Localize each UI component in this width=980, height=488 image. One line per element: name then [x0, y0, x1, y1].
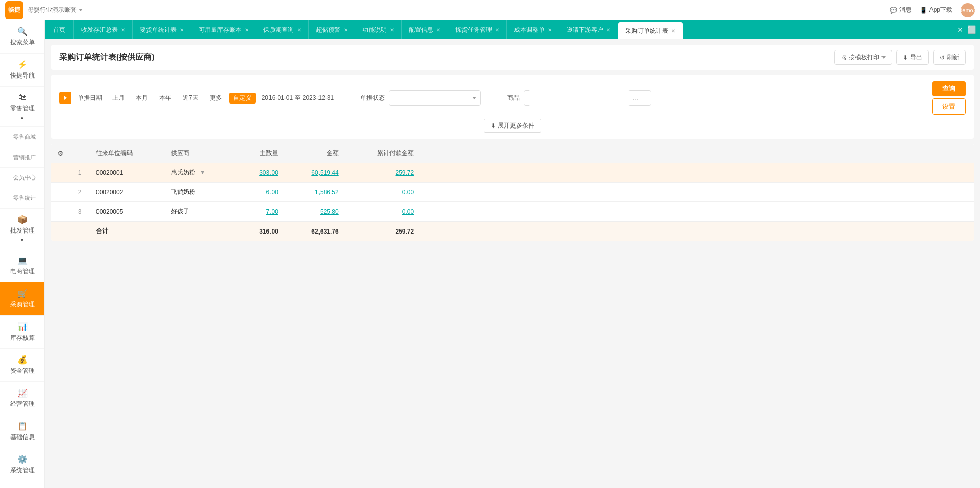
sidebar-item-search[interactable]: 🔍 搜索菜单 — [0, 20, 44, 54]
shortcut-7days[interactable]: 近7天 — [179, 93, 203, 104]
tab-order-summary-close[interactable]: ✕ — [180, 27, 184, 33]
row1-qty[interactable]: 303.00 — [237, 163, 284, 183]
row3-qty[interactable]: 7.00 — [237, 202, 284, 222]
sidebar-label-marketing: 营销推广 — [13, 153, 36, 161]
filter-toggle-button[interactable] — [59, 92, 71, 104]
tab-function-desc[interactable]: 功能说明 ✕ — [355, 20, 402, 39]
filter-area: 单据日期 上月 本月 本年 近7天 更多 自定义 2016-01-01 至 20… — [51, 75, 974, 139]
sidebar-item-basic[interactable]: 📋 基础信息 — [0, 415, 44, 448]
tab-picking-task-close[interactable]: ✕ — [495, 27, 499, 33]
shortcut-this-year[interactable]: 本年 — [155, 93, 176, 104]
row1-paid[interactable]: 259.72 — [345, 163, 421, 183]
row1-extra — [420, 163, 974, 183]
row3-amount[interactable]: 525.80 — [284, 202, 345, 222]
sidebar-label-system: 系统管理 — [10, 466, 35, 475]
row2-qty[interactable]: 6.00 — [237, 183, 284, 202]
sidebar: 🔍 搜索菜单 ⚡ 快捷导航 🛍 零售管理 ▲ 零售商城 营销推广 会员中心 零售… — [0, 20, 45, 488]
close-tab-button[interactable]: ✕ — [957, 25, 963, 34]
row1-check — [51, 163, 69, 183]
app-download-action[interactable]: 📱 App下载 — [920, 6, 952, 14]
tab-warranty-close[interactable]: ✕ — [297, 27, 301, 33]
query-buttons: 查询 设置 — [932, 81, 966, 115]
shortcut-more[interactable]: 更多 — [206, 93, 226, 104]
tab-order-summary[interactable]: 要货单统计表 ✕ — [133, 20, 191, 39]
tab-warranty[interactable]: 保质期查询 ✕ — [256, 20, 309, 39]
th-gear[interactable]: ⚙ — [51, 144, 69, 163]
expand-button[interactable]: ⬇ 展开更多条件 — [484, 119, 541, 133]
export-button[interactable]: ⬇ 导出 — [896, 50, 929, 65]
sidebar-item-enterprise[interactable]: 🤝 企业协同 — [0, 481, 44, 488]
print-button[interactable]: 🖨 按模板打印 — [834, 50, 892, 65]
tab-invite-downstream[interactable]: 邀请下游客户 ✕ — [559, 20, 618, 39]
date-range-display: 2016-01-01 至 2023-12-31 — [262, 94, 334, 102]
tab-cost-adjust[interactable]: 成本调整单 ✕ — [507, 20, 559, 39]
shortcut-custom[interactable]: 自定义 — [229, 93, 256, 104]
user-profile[interactable]: demo2 — [961, 3, 975, 17]
sidebar-label-purchase: 采购管理 — [10, 300, 35, 309]
sidebar-item-retail[interactable]: 🛍 零售管理 ▲ — [0, 87, 44, 127]
shortcut-this-month[interactable]: 本月 — [132, 93, 152, 104]
operation-icon: 📈 — [17, 388, 28, 398]
row1-amount[interactable]: 60,519.44 — [284, 163, 345, 183]
message-action[interactable]: 💬 消息 — [890, 6, 912, 14]
sidebar-item-retail-stat[interactable]: 零售统计 — [0, 188, 44, 209]
product-input[interactable] — [528, 90, 630, 106]
footer-paid: 259.72 — [345, 221, 421, 241]
quick-nav-icon: ⚡ — [17, 60, 28, 69]
row2-paid[interactable]: 0.00 — [345, 183, 421, 202]
row3-extra — [420, 202, 974, 222]
sidebar-label-ecommerce: 电商管理 — [10, 267, 35, 276]
tab-receive-summary[interactable]: 收发存汇总表 ✕ — [74, 20, 133, 39]
shortcut-last-month[interactable]: 上月 — [108, 93, 129, 104]
wholesale-arrow-icon: ▼ — [20, 237, 25, 243]
retail-arrow-icon: ▲ — [20, 115, 25, 120]
settings-button[interactable]: 设置 — [932, 98, 966, 115]
tab-order-summary-label: 要货单统计表 — [140, 25, 177, 34]
tab-available-stock[interactable]: 可用量库存账本 ✕ — [191, 20, 256, 39]
tab-purchase-summary-close[interactable]: ✕ — [671, 28, 675, 34]
tab-config-close[interactable]: ✕ — [436, 27, 440, 33]
tab-home[interactable]: 首页 — [45, 20, 74, 39]
sidebar-item-member[interactable]: 会员中心 — [0, 168, 44, 188]
th-paid: 累计付款金额 — [345, 144, 421, 163]
search-icon: 🔍 — [17, 27, 28, 36]
sidebar-item-wholesale[interactable]: 📦 批发管理 ▼ — [0, 209, 44, 249]
workspace-selector[interactable]: 母婴行业演示账套 — [28, 6, 83, 14]
product-dots[interactable]: ... — [630, 94, 641, 102]
row2-amount[interactable]: 1,586.52 — [284, 183, 345, 202]
restore-tab-button[interactable]: ⬜ — [967, 25, 976, 34]
tab-picking-task[interactable]: 拣货任务管理 ✕ — [448, 20, 507, 39]
tab-purchase-summary[interactable]: 采购订单统计表 ✕ — [618, 22, 683, 39]
tab-overstock-close[interactable]: ✕ — [344, 27, 348, 33]
tab-receive-summary-close[interactable]: ✕ — [121, 27, 125, 33]
row3-paid[interactable]: 0.00 — [345, 202, 421, 222]
sidebar-item-retail-mall[interactable]: 零售商城 — [0, 127, 44, 147]
row3-code: 00020005 — [90, 202, 165, 222]
sidebar-item-operation[interactable]: 📈 经营管理 — [0, 382, 44, 415]
refresh-button[interactable]: ↺ 刷新 — [933, 50, 966, 65]
tab-overstock[interactable]: 超储预警 ✕ — [309, 20, 355, 39]
sidebar-item-marketing[interactable]: 营销推广 — [0, 147, 44, 168]
sidebar-item-quick-nav[interactable]: ⚡ 快捷导航 — [0, 54, 44, 87]
sidebar-item-finance[interactable]: 💰 资金管理 — [0, 349, 44, 382]
row3-check — [51, 202, 69, 222]
tab-overstock-label: 超储预警 — [316, 25, 340, 34]
page-actions: 🖨 按模板打印 ⬇ 导出 ↺ 刷新 — [834, 50, 966, 65]
row1-code: 00020001 — [90, 163, 165, 183]
sidebar-label-basic: 基础信息 — [10, 433, 35, 442]
tab-cost-adjust-close[interactable]: ✕ — [548, 27, 552, 33]
sidebar-item-system[interactable]: ⚙️ 系统管理 — [0, 448, 44, 481]
tab-config[interactable]: 配置信息 ✕ — [402, 20, 448, 39]
sidebar-item-inventory[interactable]: 📊 库存核算 — [0, 316, 44, 349]
sidebar-item-purchase[interactable]: 🛒 采购管理 — [0, 282, 44, 316]
row1-supplier: 惠氏奶粉 ▼ — [165, 163, 236, 183]
tab-available-stock-close[interactable]: ✕ — [244, 27, 249, 33]
sidebar-label-search: 搜索菜单 — [10, 38, 35, 47]
tab-function-desc-close[interactable]: ✕ — [390, 27, 394, 33]
status-select[interactable] — [389, 90, 481, 106]
query-button[interactable]: 查询 — [932, 81, 966, 96]
sidebar-item-ecommerce[interactable]: 💻 电商管理 — [0, 249, 44, 282]
tab-invite-downstream-close[interactable]: ✕ — [606, 27, 610, 33]
expand-more-row: ⬇ 展开更多条件 — [59, 119, 966, 133]
top-bar-left: 畅捷 母婴行业演示账套 — [5, 1, 83, 19]
